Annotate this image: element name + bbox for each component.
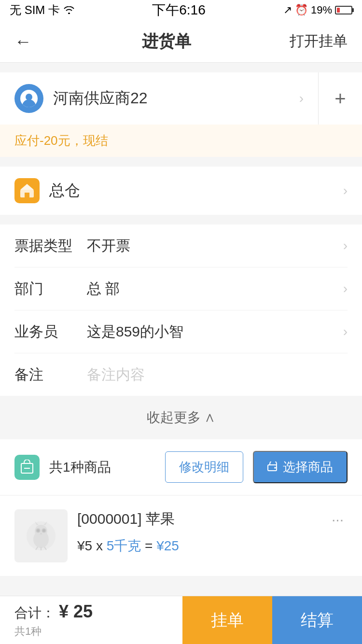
footer-total: 合计： ¥ 25 共1种: [0, 596, 182, 644]
section-gap-1: [0, 63, 362, 72]
price-base: ¥5 x: [77, 538, 107, 553]
remarks-label: 备注: [14, 365, 82, 385]
invoice-type-label: 票据类型: [14, 236, 82, 256]
product-header: 共1种商品 修改明细 选择商品: [0, 439, 362, 495]
product-title: 苹果: [146, 511, 175, 527]
svg-marker-1: [20, 184, 34, 190]
status-left: 无 SIM 卡: [10, 2, 74, 18]
select-product-label: 选择商品: [283, 459, 333, 476]
total-amount: ¥ 25: [59, 602, 93, 622]
invoice-chevron-icon: ›: [343, 238, 348, 253]
product-item: [0000001] 苹果 ¥5 x 5千克 = ¥25 ···: [0, 496, 362, 576]
location-icon: ↗: [283, 4, 292, 16]
collapse-label: 收起更多 ∧: [147, 408, 216, 427]
open-hang-button[interactable]: 打开挂单: [290, 31, 348, 51]
footer: 合计： ¥ 25 共1种 挂单 结算: [0, 596, 362, 644]
total-row: 合计： ¥ 25: [14, 602, 168, 622]
remarks-row[interactable]: 备注 备注内容: [0, 353, 362, 396]
notice-bar: 应付-20元，现结: [0, 125, 362, 157]
warehouse-section[interactable]: 总仓 ›: [0, 167, 362, 215]
sales-chevron-icon: ›: [343, 324, 348, 339]
bottom-gap: [0, 576, 362, 595]
dept-row[interactable]: 部门 总 部 ›: [0, 267, 362, 310]
product-code: [0000001]: [77, 511, 146, 527]
warehouse-chevron-icon: ›: [343, 183, 348, 198]
svg-point-14: [42, 529, 45, 532]
nav-bar: ← 进货单 打开挂单: [0, 20, 362, 63]
hang-order-button[interactable]: 挂单: [182, 596, 272, 644]
svg-rect-2: [25, 193, 29, 197]
invoice-type-value: 不开票: [82, 236, 338, 256]
avatar-inner: [20, 90, 38, 107]
warehouse-icon: [14, 178, 40, 203]
dept-chevron-icon: ›: [343, 281, 348, 296]
product-count-icon: [14, 455, 40, 480]
product-quantity: 5千克: [107, 538, 141, 553]
status-bar: 无 SIM 卡 下午6:16 ↗ ⏰ 19%: [0, 0, 362, 20]
back-button[interactable]: ←: [14, 31, 43, 52]
total-label: 合计：: [14, 604, 55, 622]
product-total: ¥25: [156, 538, 179, 553]
battery-percent: 19%: [311, 4, 332, 16]
status-right: ↗ ⏰ 19%: [283, 4, 352, 16]
notice-text: 应付-20元，现结: [14, 133, 108, 148]
add-supplier-button[interactable]: +: [319, 72, 362, 125]
remarks-input[interactable]: 备注内容: [82, 365, 348, 385]
svg-point-13: [37, 529, 40, 532]
price-eq: =: [141, 538, 156, 553]
supplier-name: 河南供应商22: [53, 88, 294, 109]
owl-logo: [24, 519, 58, 553]
product-info: [0000001] 苹果 ¥5 x 5千克 = ¥25: [77, 509, 318, 555]
settle-button[interactable]: 结算: [272, 596, 362, 644]
modify-detail-button[interactable]: 修改明细: [165, 451, 243, 483]
product-name: [0000001] 苹果: [77, 509, 318, 529]
total-sub: 共1种: [14, 624, 168, 639]
chevron-right-icon: ›: [299, 91, 304, 106]
wifi-icon: [64, 3, 74, 17]
battery-icon: [335, 6, 352, 14]
warehouse-name: 总仓: [49, 180, 338, 201]
carrier-text: 无 SIM 卡: [10, 2, 60, 18]
cart-icon: [267, 462, 279, 473]
supplier-section: 河南供应商22 › +: [0, 72, 362, 125]
product-more-button[interactable]: ···: [328, 509, 348, 530]
sales-value: 这是859的小智: [82, 322, 338, 342]
collapse-button[interactable]: 收起更多 ∧: [0, 397, 362, 438]
product-price: ¥5 x 5千克 = ¥25: [77, 537, 318, 555]
supplier-avatar: [14, 84, 43, 113]
alarm-icon: ⏰: [295, 4, 308, 16]
status-time: 下午6:16: [152, 1, 206, 19]
product-thumbnail: [14, 509, 68, 562]
dept-value: 总 部: [82, 279, 338, 299]
select-product-button[interactable]: 选择商品: [253, 451, 348, 483]
form-section: 票据类型 不开票 › 部门 总 部 › 业务员 这是859的小智 › 备注 备注…: [0, 224, 362, 396]
sales-row[interactable]: 业务员 这是859的小智 ›: [0, 310, 362, 353]
dept-label: 部门: [14, 279, 82, 299]
sales-label: 业务员: [14, 322, 82, 342]
product-count-text: 共1种商品: [49, 458, 155, 476]
supplier-row[interactable]: 河南供应商22 ›: [0, 72, 319, 125]
page-title: 进货单: [142, 30, 191, 53]
invoice-type-row[interactable]: 票据类型 不开票 ›: [0, 224, 362, 267]
